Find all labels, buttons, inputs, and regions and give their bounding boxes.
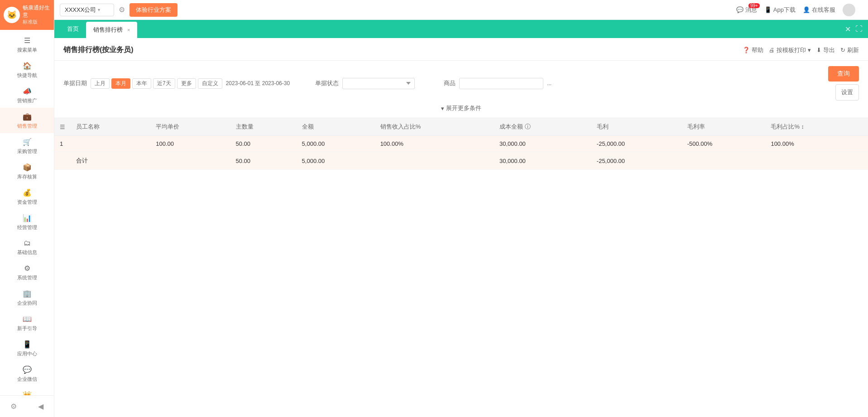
help-btn[interactable]: ❓ 帮助 [743,46,763,54]
filter-goods: 商品 ... [444,78,551,89]
sidebar-label-shortcut: 快捷导航 [17,72,37,79]
sidebar-item-basics[interactable]: 🗂基础信息 [0,235,54,259]
sidebar-item-guide[interactable]: 📖新手引导 [0,310,54,336]
trial-button[interactable]: 体验行业方案 [129,3,177,17]
col-header-name: 员工名称 [71,118,150,136]
sidebar-label-wechat: 企业微信 [17,376,37,383]
settings-button[interactable]: 设置 [835,84,859,101]
sidebar-item-system[interactable]: ⚙系统管理 [0,259,54,285]
tab-maximize-icon[interactable]: ⛶ [855,25,863,34]
sidebar-item-finance[interactable]: 💰资金管理 [0,184,54,209]
refresh-icon: ↻ [840,47,845,53]
sidebar-item-sales[interactable]: 💼销售管理 [0,108,54,133]
col-header-gross_pct[interactable]: 毛利占比% ↕ [765,118,868,136]
query-area: 查询 设置 [828,66,859,101]
basics-icon: 🗂 [24,239,31,247]
sidebar-settings-icon[interactable]: ⚙ [9,400,19,412]
date-btn-近7天[interactable]: 近7天 [153,78,175,89]
date-btn-更多[interactable]: 更多 [177,78,196,89]
sidebar-item-marketing[interactable]: 📣营销推广 [0,82,54,108]
app-download-btn[interactable]: 📱 App下载 [764,6,796,14]
print-btn[interactable]: 🖨 按模板打印 ▾ [769,46,811,54]
app-download-icon: 📱 [764,6,772,13]
cell-gross_pct: 100.00% [765,136,868,152]
sidebar-item-inventory[interactable]: 📦库存核算 [0,158,54,184]
sidebar-item-shortcut[interactable]: 🏠快捷导航 [0,57,54,82]
cell-gross: -25,000.00 [591,136,682,152]
logo-text: 畅康通好生意 [23,5,50,19]
cell-rank: 1 [54,136,71,152]
footer-settings [54,152,71,170]
filter-row-1: 单据日期 上月本月本年近7天更多自定义 2023-06-01 至 2023-06… [63,66,859,101]
sales-icon: 💼 [23,112,32,121]
filter-bar: 单据日期 上月本月本年近7天更多自定义 2023-06-01 至 2023-06… [54,61,868,118]
footer-avg [150,152,230,170]
footer-row: 合计50.005,000.0030,000.00-25,000.00 [54,152,868,170]
page-header: 销售排行榜(按业务员) ❓ 帮助 🖨 按模板打印 ▾ ⬇ 导出 ↻ 刷新 [54,38,868,61]
online-service-icon: 👤 [803,6,810,13]
footer-gross: -25,000.00 [591,152,682,170]
date-btn-上月[interactable]: 上月 [91,78,110,89]
content: 销售排行榜(按业务员) ❓ 帮助 🖨 按模板打印 ▾ ⬇ 导出 ↻ 刷新 [54,38,868,417]
col-header-gross_rate: 毛利率 [682,118,766,136]
chevron-down-icon: ▾ [808,47,811,53]
cell-sales_pct: 100.00% [375,136,494,152]
online-service-btn[interactable]: 👤 在线客服 [803,6,835,14]
expand-btn[interactable]: ▾ 展开更多条件 [63,104,859,112]
cell-amount: 5,000.00 [297,136,375,152]
inventory-icon: 📦 [23,163,32,172]
sidebar-item-purchase[interactable]: 🛒采购管理 [0,133,54,158]
sidebar-label-system: 系统管理 [17,274,37,281]
sidebar-item-member[interactable]: 👑畅会员 [0,386,54,395]
sidebar-item-apps[interactable]: 📱应用中心 [0,336,54,361]
page-title: 销售排行榜(按业务员) [63,45,134,55]
sidebar-collapse-icon[interactable]: ◀ [36,400,45,412]
avatar [843,4,855,16]
filter-status: 单据状态 [315,78,418,89]
sidebar-item-search[interactable]: ☰搜索菜单 [0,32,54,57]
date-btn-自定义[interactable]: 自定义 [198,78,222,89]
filter-date: 单据日期 上月本月本年近7天更多自定义 2023-06-01 至 2023-06… [63,78,290,89]
sidebar-label-enterprise: 企业协同 [17,300,37,307]
sidebar-item-enterprise[interactable]: 🏢企业协同 [0,285,54,310]
guide-icon: 📖 [23,315,32,323]
marketing-icon: 📣 [23,87,32,96]
more-btn[interactable]: ... [547,80,551,86]
cell-qty: 50.00 [230,136,297,152]
footer-label: 合计 [71,152,150,170]
sidebar-label-search: 搜索菜单 [17,47,37,53]
sidebar-label-inventory: 库存核算 [17,173,37,180]
table-header: ☰员工名称平均单价主数量全额销售收入占比%成本全额 ⓘ毛利毛利率毛利占比% ↕ [54,118,868,136]
refresh-btn[interactable]: ↻ 刷新 [840,46,859,54]
date-btn-本年[interactable]: 本年 [132,78,151,89]
purchase-icon: 🛒 [23,138,32,146]
wechat-icon: 💬 [23,365,32,374]
enterprise-icon: 🏢 [23,289,32,298]
sidebar-label-finance: 资金管理 [17,199,37,206]
expand-icon: ▾ [441,105,444,112]
query-button[interactable]: 查询 [828,66,859,81]
export-btn[interactable]: ⬇ 导出 [816,46,835,54]
sidebar-item-operations[interactable]: 📊经营管理 [0,209,54,235]
company-selector[interactable]: XXXXX公司 ▾ [60,4,114,16]
status-select[interactable] [342,78,415,89]
goods-input[interactable] [459,78,543,89]
sidebar-label-sales: 销售管理 [17,123,37,129]
tab-home[interactable]: 首页 [60,20,86,38]
tab-close-window-icon[interactable]: ✕ [845,25,851,34]
message-icon: 💬 [736,6,743,13]
sidebar-label-operations: 经营管理 [17,224,37,231]
message-btn[interactable]: 💬 消息 99+ [736,6,757,14]
tab-sales-ranking[interactable]: 销售排行榜 × [86,22,137,38]
topbar-settings-icon[interactable]: ⚙ [119,5,125,14]
tab-close-icon[interactable]: × [127,27,130,33]
col-header-avg_price: 平均单价 [150,118,230,136]
col-header-gross: 毛利 [591,118,682,136]
help-icon: ❓ [743,47,750,53]
print-icon: 🖨 [769,47,775,53]
date-btn-本月[interactable]: 本月 [111,78,130,89]
cell-avg_price: 100.00 [150,136,230,152]
shortcut-icon: 🏠 [23,62,32,70]
status-filter-label: 单据状态 [315,79,339,87]
sidebar-item-wechat[interactable]: 💬企业微信 [0,361,54,386]
